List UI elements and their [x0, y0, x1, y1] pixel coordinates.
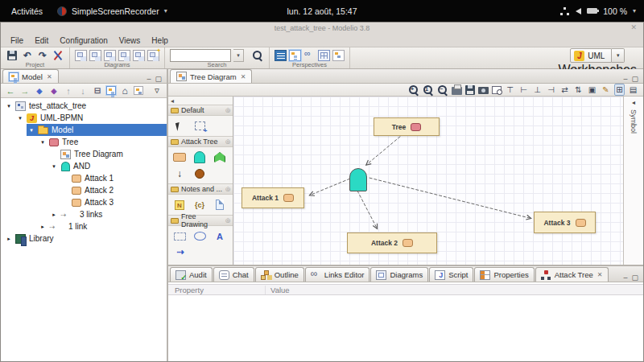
note-tool[interactable]: N: [170, 197, 189, 212]
close-icon[interactable]: ✕: [47, 73, 52, 80]
search-dropdown-button[interactable]: ▾: [233, 49, 244, 62]
and-gate-tool[interactable]: [190, 150, 209, 165]
column-value[interactable]: Value: [265, 286, 643, 294]
pin-icon[interactable]: ◎: [225, 107, 230, 113]
node-attack-1[interactable]: Attack 1: [242, 187, 304, 208]
marquee-tool[interactable]: [190, 118, 209, 134]
tree-item-attack-1[interactable]: Attack 1: [1, 172, 167, 184]
usecase-diagram-icon[interactable]: [104, 50, 116, 61]
rectangle-tool[interactable]: [170, 228, 189, 244]
activities-button[interactable]: Activités: [8, 5, 46, 18]
app-indicator-button[interactable]: SimpleScreenRecorder ▾: [57, 6, 167, 16]
maximize-icon[interactable]: ▢: [155, 75, 162, 83]
tab-tree-diagram[interactable]: Tree Diagram ✕: [170, 69, 252, 83]
distribute-horizontal-icon[interactable]: ⇄: [559, 84, 570, 95]
line-tool[interactable]: ⇢: [170, 245, 189, 260]
expander-icon[interactable]: ▸: [49, 212, 59, 218]
tab-chat[interactable]: Chat: [213, 267, 254, 282]
menu-views[interactable]: Views: [114, 35, 146, 46]
clock-button[interactable]: lun. 12 août, 15:47: [287, 0, 357, 22]
tab-script[interactable]: Script: [429, 267, 473, 282]
nav-back-icon[interactable]: ←: [5, 86, 16, 96]
tab-model[interactable]: Model ✕: [2, 69, 59, 83]
move-down-icon[interactable]: ↓: [77, 86, 89, 96]
align-bottom-icon[interactable]: ⊥: [532, 84, 543, 95]
menu-edit[interactable]: Edit: [30, 35, 53, 46]
style-painter-icon[interactable]: ✎: [601, 84, 611, 95]
tree-item-uml-bpmn[interactable]: ▾JUML-BPMN: [1, 112, 167, 124]
or-gate-tool[interactable]: [210, 150, 229, 165]
attack-node-tool[interactable]: [170, 150, 189, 165]
node-and-gate[interactable]: [349, 168, 367, 191]
dictionary-view-icon[interactable]: [332, 50, 345, 61]
tree-item-tree[interactable]: ▾Tree: [1, 136, 167, 148]
hierarchy-view-icon[interactable]: [289, 50, 301, 61]
document-tool[interactable]: [210, 197, 229, 212]
nav-forward-icon[interactable]: →: [19, 86, 31, 96]
tree-item-and[interactable]: ▾AND: [1, 160, 167, 172]
minimize-icon[interactable]: –: [623, 274, 627, 282]
save-image-icon[interactable]: [465, 85, 475, 95]
palette-collapse-button[interactable]: ◂: [168, 97, 233, 105]
search-input[interactable]: [170, 49, 231, 62]
menu-help[interactable]: Help: [147, 35, 173, 46]
fit-to-window-icon[interactable]: [492, 86, 502, 94]
class-diagram-icon[interactable]: [75, 50, 87, 61]
grid-toggle-icon[interactable]: ⊞: [614, 84, 625, 96]
deployment-diagram-icon[interactable]: [118, 50, 130, 61]
expander-icon[interactable]: ▸: [4, 236, 14, 242]
window-close-icon[interactable]: ✕: [630, 23, 637, 31]
previous-element-icon[interactable]: ◈: [34, 87, 45, 95]
tab-properties[interactable]: Properties: [474, 267, 534, 282]
minimize-icon[interactable]: –: [147, 75, 151, 83]
system-tray[interactable]: 100 % ▾: [560, 6, 644, 16]
tree-item-attack-3[interactable]: Attack 3: [1, 196, 167, 208]
collapse-all-icon[interactable]: ⊟: [92, 86, 103, 95]
text-tool[interactable]: A: [210, 228, 229, 244]
tab-attack-tree[interactable]: Attack Tree✕: [535, 267, 609, 282]
redo-button[interactable]: ↷: [36, 49, 49, 61]
expander-icon[interactable]: ▸: [38, 224, 47, 230]
minimize-icon[interactable]: –: [623, 75, 627, 83]
expander-icon[interactable]: ▾: [27, 127, 36, 134]
maximize-icon[interactable]: ▢: [631, 274, 638, 282]
expander-icon[interactable]: ▾: [15, 115, 25, 121]
same-size-icon[interactable]: ▣: [587, 84, 597, 95]
tree-item-model[interactable]: ▾Model: [1, 124, 167, 136]
palette-group-notes[interactable]: Notes and ... ◎: [168, 183, 233, 195]
configure-project-button[interactable]: [52, 49, 64, 61]
page-layout-icon[interactable]: ▤: [628, 84, 638, 95]
tab-links-editor[interactable]: Links Editor: [305, 267, 370, 282]
package-diagram-icon[interactable]: [89, 50, 101, 61]
window-titlebar[interactable]: test_attack_tree - Modelio 3.8 ✕: [1, 23, 643, 34]
symbol-panel-collapsed[interactable]: ◂ Symbol: [623, 97, 643, 265]
tab-outline[interactable]: Outline: [255, 267, 304, 282]
model-explorer-icon[interactable]: [275, 50, 287, 61]
pin-icon[interactable]: ◎: [225, 217, 230, 224]
tab-diagrams[interactable]: Diagrams: [370, 267, 428, 282]
close-icon[interactable]: ✕: [241, 73, 246, 80]
palette-group-attack-tree[interactable]: Attack Tree ◎: [168, 136, 233, 147]
tree-item-1-link[interactable]: ▸⇢1 link: [1, 220, 167, 232]
save-button[interactable]: [6, 49, 19, 61]
ellipse-tool[interactable]: [190, 228, 209, 244]
tree-item-library[interactable]: ▸Library: [1, 232, 167, 245]
maximize-icon[interactable]: ▢: [631, 75, 638, 83]
link-with-editor-icon[interactable]: [106, 86, 116, 95]
tree-item-tree-diagram[interactable]: Tree Diagram: [1, 148, 167, 160]
menu-configuration[interactable]: Configuration: [55, 35, 112, 46]
tree-item-attack-2[interactable]: Attack 2: [1, 184, 167, 196]
zoom-in-icon[interactable]: +: [408, 84, 419, 96]
diagram-canvas[interactable]: Tree Attack 1 Attack 2 Attack 3: [233, 97, 623, 265]
expander-icon[interactable]: ▾: [4, 103, 14, 109]
select-tool[interactable]: [170, 118, 189, 134]
tree-item-3-links[interactable]: ▸⇢3 links: [1, 208, 167, 220]
matrix-view-icon[interactable]: [318, 50, 330, 61]
print-icon[interactable]: [452, 87, 462, 95]
palette-group-default[interactable]: Default ◎: [168, 105, 233, 116]
workbench-dropdown-button[interactable]: ▾: [612, 48, 625, 63]
tab-audit[interactable]: Audit: [170, 267, 213, 282]
align-right-icon[interactable]: ⊣: [546, 84, 556, 95]
pin-icon[interactable]: ◎: [225, 138, 230, 145]
home-icon[interactable]: ⌂: [119, 85, 130, 97]
